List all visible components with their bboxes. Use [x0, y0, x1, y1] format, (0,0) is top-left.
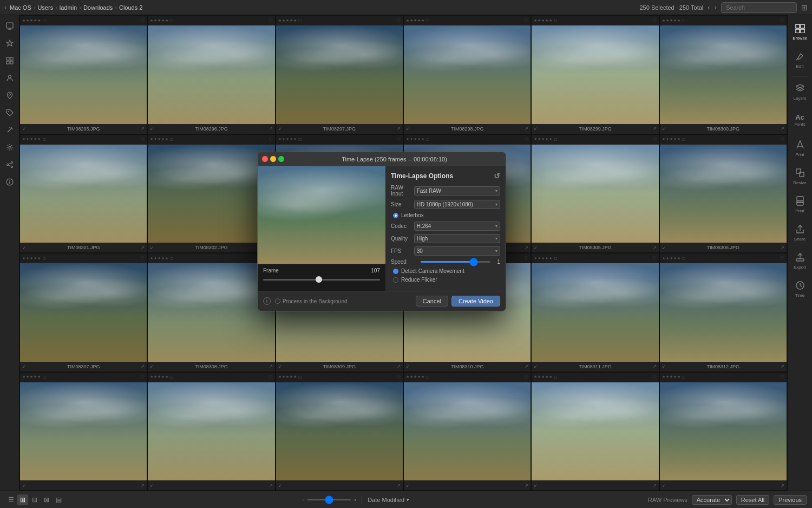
- heart-icon[interactable]: ♡: [524, 18, 528, 23]
- process-bg-radio[interactable]: [275, 298, 280, 304]
- close-button[interactable]: [262, 156, 268, 162]
- star-rating[interactable]: ★★★★★ □: [406, 18, 429, 23]
- right-tool-print[interactable]: Print: [789, 191, 811, 218]
- photo-cell[interactable]: ★★★★★ □ ♡ ↙ ↗: [403, 372, 531, 491]
- star-rating[interactable]: ★★★★★ □: [22, 256, 45, 261]
- star-rating[interactable]: ★★★★★ □: [662, 18, 685, 23]
- sidebar-icon-info[interactable]: [2, 174, 17, 190]
- sort-dropdown[interactable]: Date Modified ▾: [368, 497, 409, 503]
- star-rating[interactable]: ★★★★★ □: [534, 375, 557, 380]
- quality-dropdown[interactable]: High ▾: [414, 234, 500, 243]
- photo-cell[interactable]: ★★★★★ □ ♡ ↙ TIM08296.JPG ↗: [147, 15, 275, 134]
- star-rating[interactable]: ★★★★★ □: [22, 137, 45, 142]
- heart-icon[interactable]: ♡: [269, 375, 273, 380]
- photo-cell[interactable]: ★★★★★ □ ♡ ↙ ↗: [19, 372, 147, 491]
- heart-icon[interactable]: ♡: [652, 375, 657, 380]
- star-rating[interactable]: ★★★★★ □: [662, 375, 685, 380]
- sidebar-icon-person[interactable]: [2, 70, 17, 86]
- cancel-button[interactable]: Cancel: [416, 296, 448, 307]
- star-rating[interactable]: ★★★★★ □: [406, 375, 429, 380]
- right-tool-share[interactable]: Share: [789, 219, 811, 246]
- create-video-button[interactable]: Create Video: [451, 296, 500, 307]
- sidebar-icon-star[interactable]: [2, 36, 17, 51]
- sidebar-icon-wand[interactable]: [2, 122, 17, 138]
- photo-cell[interactable]: ★★★★★ □ ♡ ↙ TIM08295.JPG ↗: [19, 15, 147, 134]
- photo-cell[interactable]: ★★★★★ □ ♡ ↙ TIM08301.JPG ↗: [19, 134, 147, 253]
- star-rating[interactable]: ★★★★★ □: [534, 18, 557, 23]
- options-reset-icon[interactable]: ↺: [494, 172, 500, 180]
- sidebar-icon-settings[interactable]: [2, 140, 17, 155]
- right-tool-info[interactable]: Print: [789, 135, 811, 162]
- photo-cell[interactable]: ★★★★★ □ ♡ ↙ TIM08308.JPG ↗: [147, 253, 275, 372]
- star-rating[interactable]: ★★★★★ □: [534, 256, 557, 261]
- heart-icon[interactable]: ♡: [780, 375, 784, 380]
- heart-icon[interactable]: ♡: [524, 375, 528, 380]
- star-rating[interactable]: ★★★★★ □: [150, 137, 173, 142]
- minimize-button[interactable]: [270, 156, 276, 162]
- star-rating[interactable]: ★★★★★ □: [406, 137, 429, 142]
- right-tool-resize[interactable]: Resize: [789, 163, 811, 190]
- star-rating[interactable]: ★★★★★ □: [22, 375, 45, 380]
- right-tool-fonts[interactable]: Ac Fonts: [789, 107, 811, 134]
- right-tool-browse[interactable]: Browse: [789, 18, 811, 45]
- heart-icon[interactable]: ♡: [652, 256, 657, 261]
- star-rating[interactable]: ★★★★★ □: [278, 137, 302, 142]
- sidebar-icon-import[interactable]: [2, 18, 17, 34]
- thumb-size-slider[interactable]: [307, 499, 351, 500]
- heart-icon[interactable]: ♡: [396, 375, 401, 380]
- photo-cell[interactable]: ★★★★★ □ ♡ ↙ TIM08311.JPG ↗: [531, 253, 659, 372]
- photo-cell[interactable]: ★★★★★ □ ♡ ↙ TIM08306.JPG ↗: [659, 134, 787, 253]
- photo-cell[interactable]: ★★★★★ □ ♡ ↙ TIM08307.JPG ↗: [19, 253, 147, 372]
- star-rating[interactable]: ★★★★★ □: [150, 375, 173, 380]
- photo-cell[interactable]: ★★★★★ □ ♡ ↙ TIM08299.JPG ↗: [531, 15, 659, 134]
- codec-dropdown[interactable]: H.264 ▾: [414, 222, 500, 231]
- view-grid-small-btn[interactable]: ⊟: [29, 494, 40, 505]
- photo-cell[interactable]: ★★★★★ □ ♡ ↙ TIM08300.JPG ↗: [659, 15, 787, 134]
- sidebar-icon-grid[interactable]: [2, 53, 17, 68]
- right-tool-layers[interactable]: Layers: [789, 79, 811, 106]
- heart-icon[interactable]: ♡: [780, 18, 784, 23]
- photo-cell[interactable]: ★★★★★ □ ♡ ↙ ↗: [531, 372, 659, 491]
- star-rating[interactable]: ★★★★★ □: [22, 18, 45, 23]
- back-button[interactable]: ‹: [4, 4, 6, 11]
- star-rating[interactable]: ★★★★★ □: [150, 256, 173, 261]
- photo-cell[interactable]: ★★★★★ □ ♡ ↙ TIM08302.JPG ↗: [147, 134, 275, 253]
- nav-left-icon[interactable]: ‹: [708, 3, 710, 11]
- previous-button[interactable]: Previous: [774, 495, 807, 505]
- photo-cell[interactable]: ★★★★★ □ ♡ ↙ ↗: [659, 372, 787, 491]
- view-grid-btn[interactable]: ⊞: [17, 494, 28, 505]
- maximize-button[interactable]: [278, 156, 284, 162]
- size-dropdown[interactable]: HD 1080p (1920x1080) ▾: [414, 200, 500, 209]
- raw-input-dropdown[interactable]: Fast RAW ▾: [414, 186, 500, 196]
- heart-icon[interactable]: ♡: [140, 18, 145, 23]
- photo-cell[interactable]: ★★★★★ □ ♡ ↙ TIM08305.JPG ↗: [531, 134, 659, 253]
- view-filmstrip-btn[interactable]: ▤: [53, 494, 64, 505]
- heart-icon[interactable]: ♡: [652, 18, 657, 23]
- heart-icon[interactable]: ♡: [396, 18, 401, 23]
- letterbox-radio[interactable]: [393, 213, 398, 218]
- star-rating[interactable]: ★★★★★ □: [534, 137, 557, 142]
- reset-all-button[interactable]: Reset All: [736, 495, 769, 505]
- info-button[interactable]: i: [263, 297, 271, 305]
- heart-icon[interactable]: ♡: [780, 137, 784, 142]
- accurate-select[interactable]: Accurate: [692, 495, 732, 505]
- photo-cell[interactable]: ★★★★★ □ ♡ ↙ ↗: [147, 372, 275, 491]
- sidebar-icon-location[interactable]: [2, 88, 17, 103]
- heart-icon[interactable]: ♡: [269, 18, 273, 23]
- folder-icon[interactable]: ⊞: [801, 3, 808, 12]
- heart-icon[interactable]: ♡: [140, 375, 145, 380]
- star-rating[interactable]: ★★★★★ □: [278, 18, 302, 23]
- reduce-flicker-checkbox[interactable]: [393, 277, 398, 283]
- heart-icon[interactable]: ♡: [140, 137, 145, 142]
- star-rating[interactable]: ★★★★★ □: [662, 137, 685, 142]
- photo-cell[interactable]: ★★★★★ □ ♡ ↙ TIM08297.JPG ↗: [276, 15, 403, 134]
- heart-icon[interactable]: ♡: [140, 256, 145, 261]
- frame-slider-thumb[interactable]: [316, 276, 322, 283]
- heart-icon[interactable]: ♡: [524, 137, 528, 142]
- view-list-btn[interactable]: ☰: [5, 494, 16, 505]
- right-tool-edit[interactable]: Edit: [789, 47, 811, 74]
- speed-slider[interactable]: [421, 261, 490, 263]
- heart-icon[interactable]: ♡: [269, 137, 273, 142]
- photo-cell[interactable]: ★★★★★ □ ♡ ↙ TIM08298.JPG ↗: [403, 15, 531, 134]
- sidebar-icon-share[interactable]: [2, 157, 17, 172]
